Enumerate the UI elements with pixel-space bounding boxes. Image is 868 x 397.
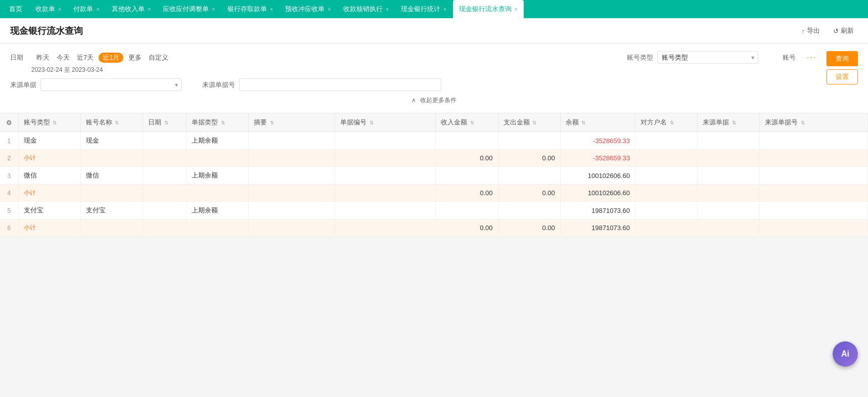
nav-item-6[interactable]: 收款核销执行 × — [337, 0, 395, 18]
nav-item-4[interactable]: 银行存取款单 × — [221, 0, 279, 18]
sort-icon[interactable]: ⇅ — [732, 120, 736, 125]
export-icon: ↑ — [802, 27, 805, 35]
filter-area: 日期 昨天 今天 近7天 近1月 更多 自定义 账号类型 账号类型 — [0, 44, 868, 113]
table-row: 1 现金 现金 上期余额 -3528659.33 — [0, 132, 868, 150]
close-icon[interactable]: × — [515, 6, 518, 12]
cell-source-doc — [698, 219, 760, 237]
export-button[interactable]: ↑ 导出 — [798, 24, 825, 37]
cell-source-doc-no — [760, 202, 868, 219]
sort-icon[interactable]: ⇅ — [115, 120, 119, 125]
col-account-type: 账号类型 ⇅ — [18, 113, 80, 132]
nav-item-8[interactable]: 现金银行流水查询 × — [453, 0, 524, 18]
sort-icon[interactable]: ⇅ — [581, 120, 585, 125]
close-icon[interactable]: × — [328, 6, 331, 12]
cell-source-doc — [698, 185, 760, 202]
sort-icon[interactable]: ⇅ — [270, 120, 274, 125]
cell-account-type: 支付宝 — [18, 202, 80, 219]
col-source-doc-no: 来源单据号 ⇅ — [760, 113, 868, 132]
date-label: 日期 — [10, 53, 30, 62]
account-type-select[interactable]: 账号类型 — [657, 51, 758, 64]
cell-doc-type — [187, 150, 249, 167]
collapse-bar[interactable]: ∧ 收起更多条件 — [10, 94, 858, 109]
cell-doc-no — [335, 167, 436, 185]
table-row: 2 小计 0.00 0.00 -3528659.33 — [0, 150, 868, 167]
account-dots[interactable]: ··· — [807, 53, 816, 62]
close-icon[interactable]: × — [443, 6, 446, 12]
nav-item-1[interactable]: 付款单 × — [67, 0, 105, 18]
cell-doc-no — [335, 185, 436, 202]
cell-source-doc — [698, 150, 760, 167]
nav-item-3[interactable]: 应收应付调整单 × — [157, 0, 221, 18]
cell-counterparty — [635, 185, 698, 202]
filter-row-date: 日期 昨天 今天 近7天 近1月 更多 自定义 账号类型 账号类型 — [10, 51, 816, 64]
nav-item-7[interactable]: 现金银行统计 × — [395, 0, 452, 18]
account-label: 账号 — [783, 53, 803, 62]
date-btn-1month[interactable]: 近1月 — [99, 53, 123, 63]
cell-summary — [249, 219, 335, 237]
col-settings[interactable]: ⚙ — [0, 113, 18, 132]
cell-account-type: 小计 — [18, 219, 80, 237]
cell-source-doc — [698, 202, 760, 219]
refresh-button[interactable]: ↺ 刷新 — [829, 24, 858, 37]
cell-date — [143, 167, 186, 185]
sort-icon[interactable]: ⇅ — [670, 120, 674, 125]
date-btn-custom[interactable]: 自定义 — [147, 53, 170, 63]
close-icon[interactable]: × — [270, 6, 273, 12]
settings-button[interactable]: 设置 — [827, 69, 858, 84]
sort-icon[interactable]: ⇅ — [164, 120, 168, 125]
close-icon[interactable]: × — [58, 6, 61, 12]
refresh-icon: ↺ — [833, 27, 839, 35]
cell-income — [436, 167, 498, 185]
cell-income: 0.00 — [436, 219, 498, 237]
filter-right-actions: 查询 设置 — [827, 51, 858, 84]
date-btn-today[interactable]: 今天 — [55, 53, 72, 63]
cell-account-name — [80, 150, 143, 167]
cell-counterparty — [635, 202, 698, 219]
cell-source-doc-no — [760, 185, 868, 202]
cell-account-name — [80, 185, 143, 202]
sort-icon[interactable]: ⇅ — [53, 120, 57, 125]
sort-icon[interactable]: ⇅ — [470, 120, 474, 125]
close-icon[interactable]: × — [212, 6, 215, 12]
query-button[interactable]: 查询 — [827, 51, 858, 66]
nav-item-0[interactable]: 收款单 × — [29, 0, 67, 18]
nav-home[interactable]: 首页 — [2, 0, 29, 18]
col-doc-type: 单据类型 ⇅ — [187, 113, 249, 132]
close-icon[interactable]: × — [148, 6, 151, 12]
cell-income: 0.00 — [436, 150, 498, 167]
nav-item-5[interactable]: 预收冲应收单 × — [279, 0, 337, 18]
source-doc-no-input[interactable] — [239, 78, 441, 91]
source-doc-no-group: 来源单据号 — [202, 78, 441, 91]
cell-expense: 0.00 — [498, 219, 560, 237]
source-doc-no-label: 来源单据号 — [202, 80, 235, 90]
row-num: 5 — [0, 202, 18, 219]
cell-account-type: 微信 — [18, 167, 80, 185]
cell-doc-type: 上期余额 — [187, 132, 249, 150]
date-btn-yesterday[interactable]: 昨天 — [34, 53, 52, 63]
cell-summary — [249, 132, 335, 150]
nav-item-2[interactable]: 其他收入单 × — [106, 0, 157, 18]
cell-expense: 0.00 — [498, 185, 560, 202]
close-icon[interactable]: × — [96, 6, 99, 12]
date-btn-7days[interactable]: 近7天 — [75, 53, 96, 63]
page-header: 现金银行流水查询 ↑ 导出 ↺ 刷新 — [0, 18, 868, 44]
cell-source-doc-no — [760, 132, 868, 150]
date-btn-more[interactable]: 更多 — [126, 53, 144, 63]
data-table: ⚙ 账号类型 ⇅ 账号名称 ⇅ 日期 ⇅ 单据类型 ⇅ — [0, 113, 868, 237]
cell-summary — [249, 150, 335, 167]
cell-date — [143, 132, 186, 150]
cell-doc-no — [335, 150, 436, 167]
cell-income — [436, 132, 498, 150]
row-num: 6 — [0, 219, 18, 237]
sort-icon[interactable]: ⇅ — [532, 120, 536, 125]
sort-icon[interactable]: ⇅ — [221, 120, 225, 125]
close-icon[interactable]: × — [386, 6, 389, 12]
page-title: 现金银行流水查询 — [10, 25, 83, 37]
sort-icon[interactable]: ⇅ — [370, 120, 374, 125]
sort-icon[interactable]: ⇅ — [801, 120, 805, 125]
collapse-icon: ∧ — [412, 97, 416, 104]
cell-counterparty — [635, 150, 698, 167]
source-doc-select[interactable] — [40, 78, 182, 91]
source-doc-label: 来源单据 — [10, 80, 36, 90]
col-doc-no: 单据编号 ⇅ — [335, 113, 436, 132]
